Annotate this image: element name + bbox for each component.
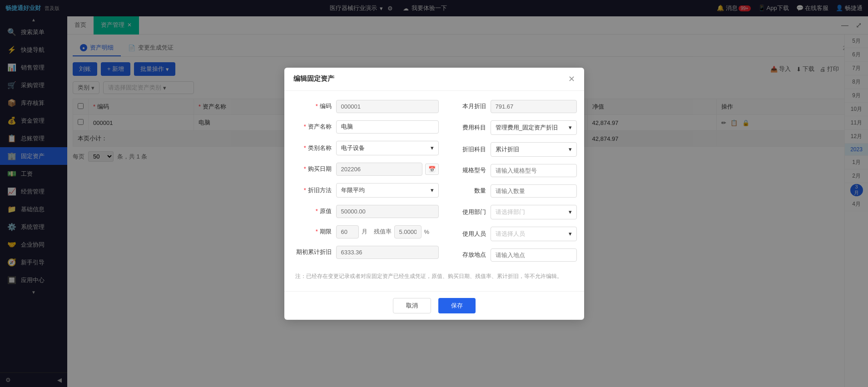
modal-body: 编码 资产名称 类别名称 电子设备 ▾ — [284, 91, 584, 291]
form-row-code: 编码 — [295, 100, 439, 113]
dep-subject-value: 累计折旧 — [496, 145, 519, 154]
purchase-date-group: 📅 — [336, 163, 439, 176]
form-row-monthly-dep: 本月折旧 — [450, 100, 577, 113]
dep-subject-dropdown-icon: ▾ — [569, 146, 572, 153]
period-label: 期限 — [295, 228, 336, 236]
form-row-dep-subject: 折旧科目 累计折旧 ▾ — [450, 142, 577, 157]
department-select[interactable]: 请选择部门 ▾ — [491, 205, 577, 219]
dep-subject-select[interactable]: 累计折旧 ▾ — [491, 142, 577, 157]
modal-note: 注：已经存在变更记录或者对应固定资产已经生成凭证，原值、购买日期、残值率、累计折… — [295, 269, 573, 282]
expense-subject-value: 管理费用_固定资产折旧 — [496, 124, 558, 132]
quantity-label: 数量 — [450, 187, 491, 195]
code-input[interactable] — [336, 100, 439, 113]
period-group: 月 残值率 % — [336, 225, 439, 238]
form-row-quantity: 数量 — [450, 184, 577, 198]
form-row-expense-subject: 费用科目 管理费用_固定资产折旧 ▾ — [450, 120, 577, 135]
form-grid: 编码 资产名称 类别名称 电子设备 ▾ — [295, 100, 573, 269]
category-label: 类别名称 — [295, 144, 336, 152]
asset-name-input[interactable] — [336, 120, 439, 134]
form-row-purchase-date: 购买日期 📅 — [295, 163, 439, 176]
location-label: 存放地点 — [450, 251, 491, 259]
form-row-initial-dep: 期初累计折旧 — [295, 246, 439, 259]
dep-subject-label: 折旧科目 — [450, 145, 491, 154]
department-dropdown-icon: ▾ — [569, 208, 572, 215]
original-value-label: 原值 — [295, 207, 336, 215]
modal-footer: 取消 保存 — [284, 291, 584, 320]
form-row-asset-name: 资产名称 — [295, 120, 439, 134]
initial-dep-input[interactable] — [336, 246, 439, 259]
modal-edit-asset: 编辑固定资产 ✕ 编码 资产名称 类别名称 — [284, 68, 584, 320]
asset-name-label: 资产名称 — [295, 123, 336, 131]
form-row-person: 使用人员 请选择人员 ▾ — [450, 227, 577, 241]
category-dropdown-icon: ▾ — [431, 144, 434, 151]
code-label: 编码 — [295, 102, 336, 110]
form-row-original-value: 原值 — [295, 205, 439, 218]
purchase-date-input[interactable] — [336, 163, 422, 176]
dep-method-select[interactable]: 年限平均 ▾ — [336, 183, 439, 198]
calendar-icon[interactable]: 📅 — [425, 164, 439, 175]
spec-label: 规格型号 — [450, 166, 491, 174]
original-value-input[interactable] — [336, 205, 439, 218]
dep-method-dropdown-icon: ▾ — [431, 187, 434, 194]
category-select[interactable]: 电子设备 ▾ — [336, 141, 439, 155]
form-row-period: 期限 月 残值率 % — [295, 225, 439, 238]
modal-title: 编辑固定资产 — [293, 74, 334, 83]
purchase-date-label: 购买日期 — [295, 165, 336, 173]
salvage-rate-unit: % — [424, 228, 430, 235]
modal-close-btn[interactable]: ✕ — [568, 74, 575, 84]
period-input[interactable] — [336, 225, 359, 238]
person-select[interactable]: 请选择人员 ▾ — [491, 227, 577, 241]
department-label: 使用部门 — [450, 208, 491, 216]
person-placeholder: 请选择人员 — [496, 230, 525, 238]
salvage-rate-input[interactable] — [394, 225, 422, 238]
initial-dep-label: 期初累计折旧 — [295, 248, 336, 256]
dep-method-value: 年限平均 — [341, 186, 365, 194]
form-row-department: 使用部门 请选择部门 ▾ — [450, 205, 577, 219]
form-row-category: 类别名称 电子设备 ▾ — [295, 141, 439, 155]
form-right-col: 本月折旧 费用科目 管理费用_固定资产折旧 ▾ 折旧科目 累计折旧 — [439, 100, 577, 269]
quantity-input[interactable] — [491, 184, 577, 198]
modal-overlay: 编辑固定资产 ✕ 编码 资产名称 类别名称 — [0, 0, 868, 387]
period-unit: 月 — [362, 228, 367, 236]
department-placeholder: 请选择部门 — [496, 208, 525, 216]
monthly-dep-label: 本月折旧 — [450, 102, 491, 110]
expense-subject-select[interactable]: 管理费用_固定资产折旧 ▾ — [491, 120, 577, 135]
spec-input[interactable] — [491, 164, 577, 177]
expense-subject-dropdown-icon: ▾ — [569, 124, 572, 131]
location-input[interactable] — [491, 248, 577, 262]
save-btn[interactable]: 保存 — [438, 298, 476, 313]
person-dropdown-icon: ▾ — [569, 230, 572, 237]
cancel-btn[interactable]: 取消 — [393, 298, 431, 313]
category-select-value: 电子设备 — [341, 144, 365, 152]
monthly-dep-input — [491, 100, 577, 113]
modal-header: 编辑固定资产 ✕ — [284, 68, 584, 91]
dep-method-label: 折旧方法 — [295, 186, 336, 194]
form-left-col: 编码 资产名称 类别名称 电子设备 ▾ — [295, 100, 439, 269]
salvage-rate-label: 残值率 — [374, 228, 392, 236]
expense-subject-label: 费用科目 — [450, 124, 491, 132]
person-label: 使用人员 — [450, 230, 491, 238]
form-row-dep-method: 折旧方法 年限平均 ▾ — [295, 183, 439, 198]
form-row-location: 存放地点 — [450, 248, 577, 262]
form-row-spec: 规格型号 — [450, 164, 577, 177]
